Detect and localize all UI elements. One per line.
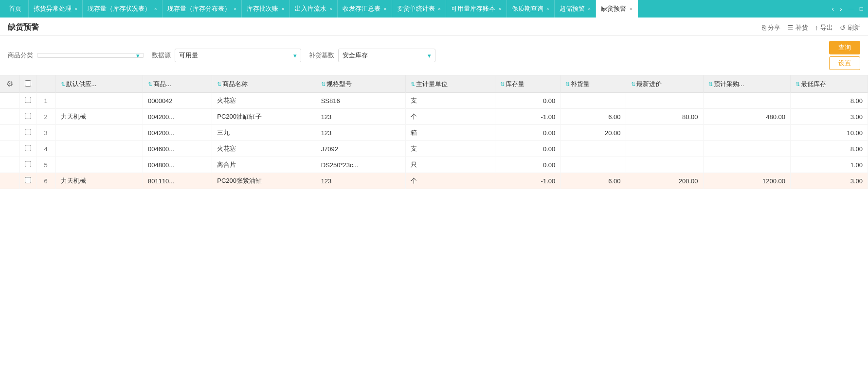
col-header-replenish[interactable]: ⇅补货量 — [561, 75, 626, 93]
tab-item-2[interactable]: 现存量（库存状况表） × — [83, 0, 162, 18]
cell-check-4 — [19, 157, 36, 173]
replenish-select[interactable]: 安全库存 ▾ — [338, 49, 435, 62]
main-content: 缺货预警 ⎘ 分享 ☰ 补货 ↑ 导出 ↺ 刷新 商品分类 — [0, 18, 868, 387]
cell-code-1: 004200... — [143, 109, 212, 125]
col-header-estimated[interactable]: ⇅预计采购... — [703, 75, 790, 93]
replenish-button[interactable]: ☰ 补货 — [787, 23, 808, 32]
cell-estimated-2 — [703, 125, 790, 141]
tab-close-5[interactable]: × — [329, 6, 332, 12]
tab-label-3: 现存量（库存分布表） — [167, 4, 231, 13]
tab-close-1[interactable]: × — [74, 6, 77, 12]
sort-icon-supplier: ⇅ — [61, 81, 65, 87]
tab-close-3[interactable]: × — [234, 6, 236, 12]
tab-close-7[interactable]: × — [438, 6, 441, 12]
tab-item-6[interactable]: 收发存汇总表 × — [338, 0, 392, 18]
cell-replenish-3 — [561, 141, 626, 157]
sort-icon-stock: ⇅ — [500, 81, 505, 87]
cell-num-4: 5 — [36, 157, 55, 173]
category-select[interactable]: ▾ — [37, 53, 144, 58]
cell-spec-4: DS250*23c... — [316, 157, 406, 173]
tab-close-4[interactable]: × — [281, 6, 284, 12]
tab-label-2: 现存量（库存状况表） — [88, 4, 151, 13]
row-checkbox-4[interactable] — [25, 161, 31, 167]
refresh-button[interactable]: ↺ 刷新 — [840, 23, 860, 32]
cell-unit-1: 个 — [406, 109, 495, 125]
cell-name-4: 离合片 — [212, 157, 316, 173]
col-header-settings: ⚙ — [0, 75, 19, 93]
col-header-code[interactable]: ⇅商品... — [143, 75, 212, 93]
cell-replenish-2: 20.00 — [561, 125, 626, 141]
tab-label-0: 首页 — [9, 4, 21, 13]
tab-close-11[interactable]: × — [629, 6, 632, 12]
tab-item-1[interactable]: 拣货异常处理 × — [29, 0, 83, 18]
tab-item-8[interactable]: 可用量库存账本 × — [446, 0, 506, 18]
cell-stock-3: 0.00 — [495, 141, 560, 157]
col-header-name[interactable]: ⇅商品名称 — [212, 75, 316, 93]
cell-estimated-3 — [703, 141, 790, 157]
row-checkbox-5[interactable] — [25, 177, 31, 183]
cell-name-2: 三九 — [212, 125, 316, 141]
row-checkbox-0[interactable] — [25, 97, 31, 103]
row-checkbox-1[interactable] — [25, 113, 31, 119]
tab-label-11: 缺货预警 — [601, 4, 626, 13]
cell-replenish-4 — [561, 157, 626, 173]
col-header-stock[interactable]: ⇅库存量 — [495, 75, 560, 93]
tab-maximize-button[interactable]: □ — [857, 4, 866, 13]
tab-close-2[interactable]: × — [154, 6, 157, 12]
cell-spec-2: 123 — [316, 125, 406, 141]
tab-item-10[interactable]: 超储预警 × — [555, 0, 596, 18]
row-checkbox-2[interactable] — [25, 129, 31, 135]
tab-item-11[interactable]: 缺货预警 × — [596, 0, 637, 18]
tab-next-button[interactable]: › — [837, 4, 845, 14]
cell-check-1 — [19, 109, 36, 125]
cell-stock-1: -1.00 — [495, 109, 560, 125]
table-body: 10000042火花塞SS816支0.008.002力天机械004200...P… — [0, 93, 868, 189]
col-header-supplier[interactable]: ⇅默认供应... — [55, 75, 143, 93]
tab-close-8[interactable]: × — [498, 6, 501, 12]
share-button[interactable]: ⎘ 分享 — [762, 23, 780, 32]
query-button[interactable]: 查询 — [829, 41, 860, 54]
cell-latestprice-5: 200.00 — [626, 173, 703, 189]
tab-item-7[interactable]: 要货单统计表 × — [392, 0, 446, 18]
tab-minimize-button[interactable]: — — [845, 4, 857, 13]
datasource-filter-group: 数据源 可用量 ▾ — [152, 49, 301, 62]
table-row: 6力天机械801110...PC200张紧油缸123个-1.006.00200.… — [0, 173, 868, 189]
settings-col-icon[interactable]: ⚙ — [6, 80, 13, 88]
tab-item-4[interactable]: 库存批次账 × — [242, 0, 289, 18]
cell-check-3 — [19, 141, 36, 157]
cell-num-3: 4 — [36, 141, 55, 157]
replenish-arrow-icon: ▾ — [428, 52, 431, 59]
tab-item-3[interactable]: 现存量（库存分布表） × — [163, 0, 242, 18]
sort-icon-replenish: ⇅ — [565, 81, 570, 87]
col-header-minstok[interactable]: ⇅最低库存 — [790, 75, 868, 93]
cell-code-5: 801110... — [143, 173, 212, 189]
tab-close-6[interactable]: × — [383, 6, 386, 12]
tab-close-10[interactable]: × — [588, 6, 591, 12]
col-header-spec[interactable]: ⇅规格型号 — [316, 75, 406, 93]
tab-item-5[interactable]: 出入库流水 × — [290, 0, 338, 18]
table-row: 10000042火花塞SS816支0.008.00 — [0, 93, 868, 109]
replenish-label: 补货基数 — [309, 51, 334, 60]
sort-icon-minstok: ⇅ — [796, 81, 800, 87]
col-header-unit[interactable]: ⇅主计量单位 — [406, 75, 495, 93]
datasource-select[interactable]: 可用量 ▾ — [175, 49, 301, 62]
select-all-checkbox[interactable] — [25, 80, 31, 87]
cell-name-5: PC200张紧油缸 — [212, 173, 316, 189]
sort-icon-spec: ⇅ — [321, 81, 326, 87]
share-icon: ⎘ — [762, 24, 766, 32]
cell-estimated-0 — [703, 93, 790, 109]
cell-code-2: 004200... — [143, 125, 212, 141]
tab-item-0[interactable]: 首页 — [2, 0, 29, 18]
tab-prev-button[interactable]: ‹ — [829, 4, 837, 14]
col-header-latestprice[interactable]: ⇅最新进价 — [626, 75, 703, 93]
sort-icon-name: ⇅ — [217, 81, 221, 87]
cell-minstok-0: 8.00 — [790, 93, 868, 109]
export-button[interactable]: ↑ 导出 — [815, 23, 833, 32]
datasource-arrow-icon: ▾ — [293, 52, 297, 59]
export-icon: ↑ — [815, 24, 818, 32]
tab-close-9[interactable]: × — [546, 6, 549, 12]
settings-button[interactable]: 设置 — [829, 56, 860, 70]
row-checkbox-3[interactable] — [25, 145, 31, 151]
table-row: 4004600...火花塞J7092支0.008.00 — [0, 141, 868, 157]
tab-item-9[interactable]: 保质期查询 × — [507, 0, 555, 18]
